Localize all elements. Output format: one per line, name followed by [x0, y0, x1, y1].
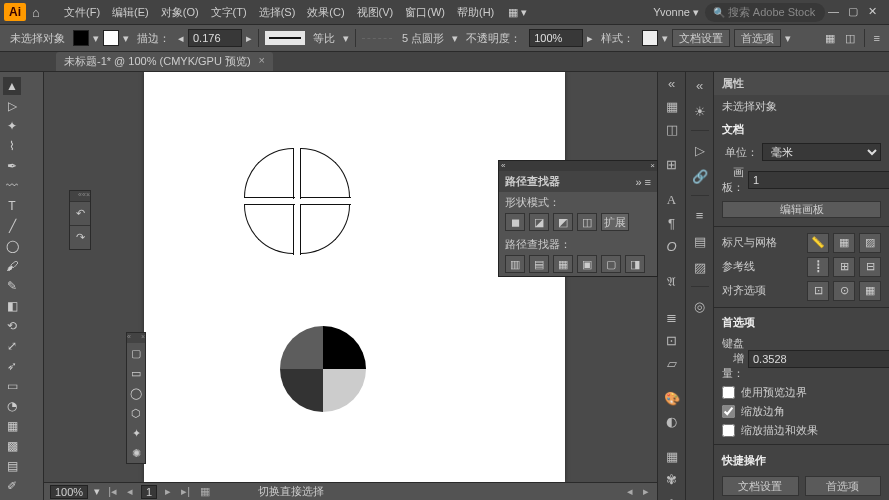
- menu-help[interactable]: 帮助(H): [451, 0, 500, 24]
- paragraph-panel-icon[interactable]: ¶: [663, 216, 681, 231]
- stroke-swatch-chevron[interactable]: ▾: [123, 32, 129, 45]
- star-tool-icon[interactable]: ✦: [127, 423, 145, 443]
- width-tool[interactable]: ➶: [3, 357, 21, 375]
- polygon-tool-icon[interactable]: ⬡: [127, 403, 145, 423]
- curvature-tool[interactable]: 〰: [3, 177, 21, 195]
- edit-artboards-button[interactable]: 编辑画板: [722, 201, 881, 218]
- first-artboard-icon[interactable]: |◂: [106, 485, 119, 498]
- artboard-number-field[interactable]: 1: [141, 485, 157, 499]
- exclude-button[interactable]: ◫: [577, 213, 597, 231]
- artboard-input[interactable]: [748, 171, 889, 189]
- lasso-tool[interactable]: ⌇: [3, 137, 21, 155]
- scroll-right-icon[interactable]: ▸: [641, 485, 651, 498]
- prefs-quick-button[interactable]: 首选项: [805, 476, 882, 496]
- undo-icon[interactable]: ↶: [70, 201, 90, 225]
- menu-window[interactable]: 窗口(W): [399, 0, 451, 24]
- symbols-panel-icon[interactable]: ♣: [663, 495, 681, 500]
- transform-icon[interactable]: ◫: [842, 32, 858, 45]
- quarter-arc-bottom-right[interactable]: [301, 205, 350, 254]
- transform-panel-icon[interactable]: ⊞: [663, 157, 681, 172]
- graphic-style-swatch[interactable]: [642, 30, 658, 46]
- asset-panel-icon[interactable]: ⊡: [663, 333, 681, 348]
- preferences-button[interactable]: 首选项: [734, 29, 781, 47]
- arrange-documents-icon[interactable]: ▦ ▾: [500, 6, 535, 19]
- menu-view[interactable]: 视图(V): [351, 0, 400, 24]
- menu-effect[interactable]: 效果(C): [301, 0, 350, 24]
- user-name[interactable]: Yvonne ▾: [653, 6, 699, 19]
- eraser-tool[interactable]: ◧: [3, 297, 21, 315]
- intersect-button[interactable]: ◩: [553, 213, 573, 231]
- actions-panel-icon[interactable]: ▷: [691, 141, 709, 159]
- doc-setup-quick-button[interactable]: 文档设置: [722, 476, 799, 496]
- glyphs-panel-icon[interactable]: 𝔄: [663, 274, 681, 290]
- scale-strokes-checkbox[interactable]: 缩放描边和效果: [714, 421, 889, 440]
- panel-menu-icon[interactable]: ≡: [871, 32, 883, 44]
- merge-button[interactable]: ▦: [553, 255, 573, 273]
- units-select[interactable]: 毫米: [762, 143, 881, 161]
- rotate-tool[interactable]: ⟲: [3, 317, 21, 335]
- menu-object[interactable]: 对象(O): [155, 0, 205, 24]
- minimize-icon[interactable]: —: [828, 5, 842, 19]
- color-guide-panel-icon[interactable]: ◐: [663, 414, 681, 429]
- menu-edit[interactable]: 编辑(E): [106, 0, 155, 24]
- panel-close-icon-pf[interactable]: ×: [650, 161, 655, 171]
- trim-button[interactable]: ▤: [529, 255, 549, 273]
- align-icon[interactable]: ▦: [822, 32, 838, 45]
- color-panel-icon[interactable]: 🎨: [663, 391, 681, 406]
- character-panel-icon[interactable]: A: [663, 192, 681, 208]
- home-icon[interactable]: ⌂: [32, 5, 50, 20]
- panel-menu-icon-pf[interactable]: ≡: [645, 176, 651, 188]
- brush-preview[interactable]: [362, 38, 392, 39]
- snap-pixel-icon[interactable]: ⊡: [807, 281, 829, 301]
- outline-button[interactable]: ▢: [601, 255, 621, 273]
- prev-artboard-icon[interactable]: ◂: [125, 485, 135, 498]
- key-increment-input[interactable]: [748, 350, 889, 368]
- rounded-rect-tool-icon[interactable]: ▭: [127, 363, 145, 383]
- shaper-tool[interactable]: ✎: [3, 277, 21, 295]
- unite-button[interactable]: ◼: [505, 213, 525, 231]
- next-artboard-icon[interactable]: ▸: [163, 485, 173, 498]
- menu-select[interactable]: 选择(S): [253, 0, 302, 24]
- artboard-nav-icon[interactable]: ▦: [198, 485, 212, 498]
- swatches-panel-icon[interactable]: ▦: [663, 449, 681, 464]
- line-tool[interactable]: ╱: [3, 217, 21, 235]
- zoom-field[interactable]: 100%: [50, 485, 88, 499]
- style-chevron[interactable]: ▾: [662, 32, 668, 45]
- mesh-tool[interactable]: ▩: [3, 437, 21, 455]
- stroke-profile[interactable]: [265, 31, 305, 45]
- brush-chevron[interactable]: ▾: [452, 32, 458, 45]
- ellipse-tool-icon[interactable]: ◯: [127, 383, 145, 403]
- menu-file[interactable]: 文件(F): [58, 0, 106, 24]
- canvas-area[interactable]: ««× ↶ ↷ «× ▢ ▭ ◯ ⬡ ✦ ✺ 100% ▾ |◂ ◂ 1 ▸ ▸…: [44, 72, 657, 500]
- opacity-chevron[interactable]: ▸: [587, 32, 593, 45]
- pathfinder-panel[interactable]: « × 路径查找器 » ≡ 形状模式： ◼ ◪ ◩ ◫ 扩展 路径查找器： ▥ …: [498, 160, 658, 277]
- shapes-flyout[interactable]: «× ▢ ▭ ◯ ⬡ ✦ ✺: [126, 332, 146, 464]
- flyout-close-icon[interactable]: ×: [141, 333, 145, 343]
- guides-icon-2[interactable]: ⊞: [833, 257, 855, 277]
- stroke-style-chevron[interactable]: ▾: [343, 32, 349, 45]
- stepper-up[interactable]: ▸: [246, 32, 252, 45]
- panel-close-icon[interactable]: ×: [86, 191, 90, 201]
- flare-tool-icon[interactable]: ✺: [127, 443, 145, 463]
- expand-strip2-icon[interactable]: «: [691, 76, 709, 94]
- perspective-grid-tool[interactable]: ▦: [3, 417, 21, 435]
- layers-panel-icon[interactable]: ≣: [663, 310, 681, 325]
- transparency-grid-icon[interactable]: ▨: [859, 233, 881, 253]
- gradient-tool[interactable]: ▤: [3, 457, 21, 475]
- panel-collapse-icon[interactable]: «: [501, 161, 505, 171]
- use-preview-bounds-checkbox[interactable]: 使用预览边界: [714, 383, 889, 402]
- prefs-chevron[interactable]: ▾: [785, 32, 791, 45]
- direct-selection-tool[interactable]: ▷: [3, 97, 21, 115]
- scale-tool[interactable]: ⤢: [3, 337, 21, 355]
- stroke-panel-icon[interactable]: ≡: [691, 206, 709, 224]
- magic-wand-tool[interactable]: ✦: [3, 117, 21, 135]
- quarter-arc-top-left[interactable]: [244, 148, 293, 197]
- fill-swatch-chevron[interactable]: ▾: [93, 32, 99, 45]
- scale-corners-checkbox[interactable]: 缩放边角: [714, 402, 889, 421]
- links-panel-icon[interactable]: 🔗: [691, 167, 709, 185]
- expand-button[interactable]: 扩展: [601, 213, 629, 231]
- graphic-styles-panel-icon[interactable]: ◎: [691, 297, 709, 315]
- menu-type[interactable]: 文字(T): [205, 0, 253, 24]
- guides-icon-1[interactable]: ┋: [807, 257, 829, 277]
- minus-back-button[interactable]: ◨: [625, 255, 645, 273]
